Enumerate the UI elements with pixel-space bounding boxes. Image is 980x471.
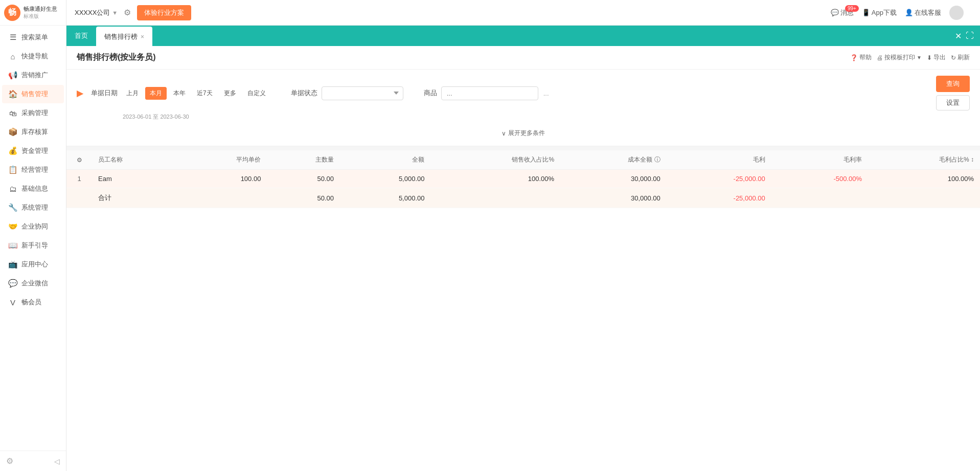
date-btn-更多[interactable]: 更多 [219,87,241,100]
sidebar-item-basic[interactable]: 🗂基础信息 [2,180,64,198]
date-btn-近7天[interactable]: 近7天 [192,87,217,100]
cell-cost: 30,000.00 [560,170,667,188]
filter-collapse-arrow[interactable]: ▶ [77,88,83,98]
sidebar-item-wechat[interactable]: 💬企业微信 [2,274,64,293]
footer-cell-cost: 30,000.00 [560,188,667,208]
expand-more-row: ∨ 展开更多条件 [77,123,970,140]
sidebar-item-enterprise[interactable]: 🤝企业协同 [2,217,64,236]
cell-gross_rate: -500.00% [771,170,868,188]
date-btn-本年[interactable]: 本年 [169,87,190,100]
sidebar-icon-sales: 🏠 [8,89,17,99]
date-btn-上月[interactable]: 上月 [122,87,143,100]
help-button[interactable]: ❓ 帮助 [850,53,872,62]
company-name: XXXXX公司 [75,8,110,17]
topbar-right: 💬 消息 99+ 📱 App下载 👤 在线客服 [831,6,972,20]
export-button[interactable]: ⬇ 导出 [927,53,946,62]
filter-area: ▶ 单据日期 上月本月本年近7天更多自定义 单据状态 商品 [66,70,980,146]
sidebar-icon-search: ☰ [8,33,17,42]
status-select[interactable] [322,86,403,100]
query-buttons: 查询 设置 [936,76,970,110]
sidebar-item-purchase[interactable]: 🛍采购管理 [2,104,64,122]
sidebar-collapse-icon[interactable]: ◁ [54,457,60,465]
footer-cell-amount: 5,000.00 [340,188,430,208]
sidebar-icon-guide: 📖 [8,241,17,250]
message-icon: 💬 [831,9,839,16]
sidebar-label-guide: 新手引导 [21,241,48,250]
sidebar-icon-marketing: 📢 [8,71,17,80]
tabbar-actions: ✕ ⛶ [955,31,980,41]
topbar-settings-icon[interactable]: ⚙ [124,8,131,17]
sidebar-label-apps: 应用中心 [21,260,48,269]
company-dropdown-icon[interactable]: ▼ [112,10,118,16]
footer-cell-index [66,188,92,208]
trial-button[interactable]: 体验行业方案 [137,5,191,20]
sidebar-icon-apps: 📺 [8,260,17,269]
filter-settings-button[interactable]: 设置 [936,95,970,110]
sidebar-item-guide[interactable]: 📖新手引导 [2,236,64,255]
table-row: 1Eam100.0050.005,000.00100.00%30,000.00-… [66,170,980,188]
col-header-index: ⚙ [66,150,92,170]
service-label: 在线客服 [915,8,941,17]
goods-more-icon[interactable]: ... [543,89,549,97]
sidebar-logo: 畅 畅康通好生意 标准版 [0,0,66,26]
footer-cell-gross: -25,000.00 [667,188,771,208]
logo-sub: 标准版 [24,13,57,20]
sidebar-label-member: 畅会员 [21,298,41,307]
tabbar-expand-button[interactable]: ⛶ [966,31,974,41]
date-range-text: 2023-06-01 至 2023-06-30 [123,114,189,120]
footer-cell-gross_rate [771,188,868,208]
sidebar-label-enterprise: 企业协同 [21,222,48,231]
message-button[interactable]: 💬 消息 99+ [831,8,854,17]
expand-more-button[interactable]: ∨ 展开更多条件 [497,127,549,140]
cell-qty: 50.00 [267,170,340,188]
page-actions: ❓ 帮助 🖨 按模板打印 ▼ ⬇ 导出 ↻ 刷新 [850,53,970,62]
date-btn-自定义[interactable]: 自定义 [243,87,270,100]
sidebar-label-marketing: 营销推广 [21,71,48,80]
col-header-cost: 成本全额 ⓘ [560,150,667,170]
sidebar-settings-icon[interactable]: ⚙ [6,456,13,466]
sidebar-item-sales[interactable]: 🏠销售管理 [2,85,64,103]
goods-input[interactable] [441,86,538,100]
company-selector[interactable]: XXXXX公司 ▼ [75,8,118,17]
sidebar-item-member[interactable]: V畅会员 [2,293,64,311]
goods-filter-label: 商品 [424,88,437,98]
sidebar-item-search[interactable]: ☰搜索菜单 [2,28,64,47]
table-footer: 合计50.005,000.0030,000.00-25,000.00 [66,188,980,208]
sidebar-icon-operations: 📋 [8,165,17,174]
query-button[interactable]: 查询 [936,76,970,92]
sidebar-label-wechat: 企业微信 [21,279,48,288]
sidebar-icon-purchase: 🛍 [8,109,17,118]
sidebar-label-operations: 经营管理 [21,165,48,174]
print-button[interactable]: 🖨 按模板打印 ▼ [877,53,922,62]
page-header: 销售排行榜(按业务员) ❓ 帮助 🖨 按模板打印 ▼ ⬇ 导出 ↻ 刷新 [66,46,980,70]
sidebar-item-marketing[interactable]: 📢营销推广 [2,66,64,84]
online-service-button[interactable]: 👤 在线客服 [905,8,941,17]
export-icon: ⬇ [927,54,932,61]
sidebar-item-apps[interactable]: 📺应用中心 [2,255,64,274]
tabbar-close-button[interactable]: ✕ [955,31,962,41]
app-download-button[interactable]: 📱 App下载 [862,8,897,17]
main-area: XXXXX公司 ▼ ⚙ 体验行业方案 💬 消息 99+ 📱 App下载 👤 在线… [66,0,980,471]
app-label: App下载 [872,8,897,17]
refresh-button[interactable]: ↻ 刷新 [951,53,970,62]
sidebar-label-shortcut: 快捷导航 [21,52,48,61]
expand-down-icon: ∨ [502,130,506,137]
sidebar-nav: ☰搜索菜单⌂快捷导航📢营销推广🏠销售管理🛍采购管理📦库存核算💰资金管理📋经营管理… [0,26,66,451]
tab-home[interactable]: 首页 [66,26,96,46]
tab-close-icon[interactable]: × [141,33,144,40]
refresh-icon: ↻ [951,54,956,61]
date-btn-本月[interactable]: 本月 [145,87,167,100]
tab-sales-ranking[interactable]: 销售排行榜 × [96,27,152,47]
footer-cell-gross_pct [868,188,980,208]
date-range-display: 2023-06-01 至 2023-06-30 [123,113,970,121]
sidebar-item-operations[interactable]: 📋经营管理 [2,161,64,179]
sidebar-item-shortcut[interactable]: ⌂快捷导航 [2,47,64,65]
sidebar-item-system[interactable]: 🔧系统管理 [2,198,64,217]
logo-icon: 畅 [4,5,20,21]
col-header-sales_pct: 销售收入占比% [430,150,560,170]
avatar[interactable] [949,6,964,20]
sidebar-label-search: 搜索菜单 [21,33,48,42]
sidebar-item-funds[interactable]: 💰资金管理 [2,142,64,160]
sidebar-icon-system: 🔧 [8,203,17,212]
sidebar-item-inventory[interactable]: 📦库存核算 [2,123,64,141]
